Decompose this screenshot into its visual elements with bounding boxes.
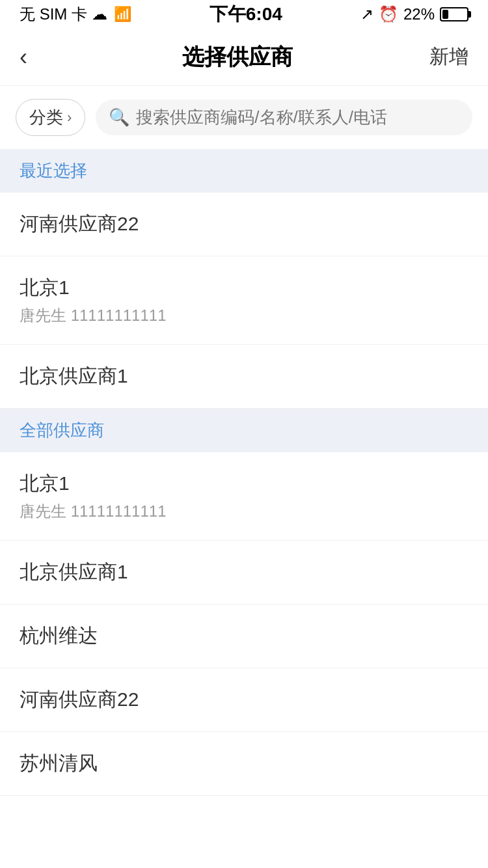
item-name: 北京供应商1	[20, 363, 468, 390]
list-item[interactable]: 北京1唐先生 11111111111	[0, 256, 488, 345]
category-filter-button[interactable]: 分类 ›	[16, 99, 85, 136]
item-name: 北京1	[20, 470, 468, 497]
no-sim-label: 无 SIM 卡 ☁	[20, 4, 107, 25]
all-section-header: 全部供应商	[0, 409, 488, 452]
battery-icon	[440, 7, 468, 21]
item-name: 北京1	[20, 275, 468, 301]
recent-list: 河南供应商22北京1唐先生 11111111111北京供应商1	[0, 193, 488, 409]
chevron-right-icon: ›	[67, 109, 72, 126]
location-icon: ↗	[360, 5, 373, 23]
recent-section-label: 最近选择	[20, 161, 87, 180]
item-sub: 唐先生 11111111111	[20, 305, 468, 326]
search-icon: 🔍	[109, 107, 129, 128]
item-name: 河南供应商22	[20, 211, 468, 237]
add-button[interactable]: 新增	[416, 44, 468, 70]
list-item[interactable]: 北京1唐先生 11111111111	[0, 452, 488, 541]
status-left: 无 SIM 卡 ☁ 📶	[20, 4, 131, 25]
search-input[interactable]	[136, 107, 459, 128]
alarm-icon: ⏰	[379, 5, 398, 23]
page-title: 选择供应商	[182, 42, 293, 72]
item-name: 杭州维达	[20, 623, 468, 649]
list-item[interactable]: 北京供应商1	[0, 541, 488, 604]
item-name: 苏州清风	[20, 750, 468, 777]
recent-section-header: 最近选择	[0, 149, 488, 193]
status-bar: 无 SIM 卡 ☁ 📶 下午6:04 ↗ ⏰ 22%	[0, 0, 488, 29]
item-sub: 唐先生 11111111111	[20, 501, 468, 522]
wifi-icon: 📶	[114, 6, 131, 23]
back-button[interactable]: ‹	[20, 44, 59, 71]
status-time: 下午6:04	[210, 2, 282, 27]
nav-bar: ‹ 选择供应商 新增	[0, 29, 488, 86]
filter-bar: 分类 › 🔍	[0, 86, 488, 149]
battery-percent: 22%	[403, 5, 435, 23]
all-list: 北京1唐先生 11111111111北京供应商1杭州维达河南供应商22苏州清风	[0, 452, 488, 796]
item-name: 河南供应商22	[20, 686, 468, 713]
item-name: 北京供应商1	[20, 559, 468, 586]
list-item[interactable]: 河南供应商22	[0, 668, 488, 732]
status-right: ↗ ⏰ 22%	[360, 5, 468, 23]
category-label: 分类	[29, 106, 63, 129]
list-item[interactable]: 苏州清风	[0, 732, 488, 796]
list-item[interactable]: 河南供应商22	[0, 193, 488, 256]
search-box[interactable]: 🔍	[96, 100, 472, 135]
list-item[interactable]: 杭州维达	[0, 604, 488, 668]
list-item[interactable]: 北京供应商1	[0, 345, 488, 409]
all-section-label: 全部供应商	[20, 420, 104, 440]
